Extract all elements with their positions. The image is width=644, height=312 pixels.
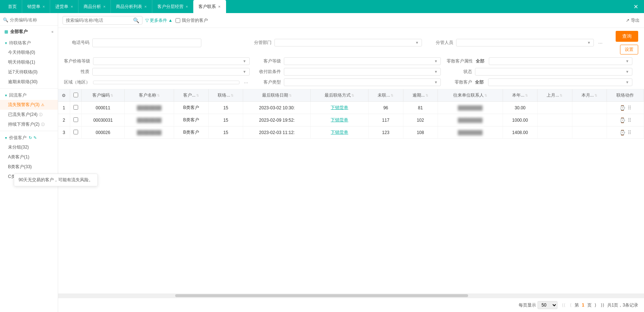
- contact-icon[interactable]: ⌚: [619, 117, 625, 123]
- tab-customer-contact[interactable]: 客户联系 ×: [193, 0, 226, 13]
- sidebar-value-customers-group[interactable]: ▼ 价值客户 ↻ ✎: [0, 133, 58, 142]
- tab-home[interactable]: 首页: [3, 0, 22, 13]
- zero-attr-select[interactable]: ▼: [489, 57, 632, 65]
- customer-level-select[interactable]: ▼: [284, 57, 441, 65]
- gender-select[interactable]: ▼: [92, 68, 250, 76]
- col-code[interactable]: 客户编码⇅: [81, 89, 125, 102]
- region-select[interactable]: [93, 81, 240, 84]
- select-all-checkbox[interactable]: [73, 93, 78, 97]
- tab-purchase-order[interactable]: 进货单 ×: [50, 0, 78, 13]
- sidebar-item-lost-warning[interactable]: 流失预警客户(3) ⚠: [0, 100, 58, 110]
- close-icon[interactable]: ×: [144, 4, 146, 9]
- caret-down-icon: ▼: [243, 70, 246, 74]
- my-customers-checkbox-label[interactable]: 我分管的客户: [176, 17, 208, 24]
- window-close-button[interactable]: ✕: [631, 3, 641, 10]
- tooltip-box: 90天无交易的客户，可能有流失风险。: [14, 174, 58, 186]
- my-customers-checkbox[interactable]: [176, 18, 180, 23]
- col-this-month[interactable]: 本月...⇅: [572, 89, 607, 102]
- arrow-down-icon: ▼: [4, 41, 8, 45]
- row-select-checkbox[interactable]: [73, 117, 78, 122]
- query-button[interactable]: 查询: [616, 31, 638, 42]
- col-overdue[interactable]: 逾期...⇅: [403, 89, 438, 102]
- price-level-select[interactable]: ▼: [93, 57, 250, 65]
- close-icon[interactable]: ×: [186, 4, 188, 9]
- tab-product-analysis-list[interactable]: 商品分析列表 ×: [111, 0, 152, 13]
- last-page-button[interactable]: ⟩⟩: [599, 302, 606, 308]
- next-page-button[interactable]: ⟩: [593, 302, 598, 308]
- col-contact[interactable]: 联络...⇅: [209, 89, 243, 102]
- row-last-month: [538, 114, 572, 126]
- close-icon[interactable]: ×: [43, 4, 45, 9]
- export-button[interactable]: ↗ 导出: [626, 17, 640, 24]
- col-last-contact-method[interactable]: 最后联络方式⇅: [311, 89, 369, 102]
- col-type[interactable]: 客户...⇅: [174, 89, 208, 102]
- more-options-icon[interactable]: ···: [597, 40, 604, 46]
- sidebar-search-input[interactable]: [10, 17, 58, 23]
- col-last-contact-date[interactable]: 最后联络日期⇅: [243, 89, 311, 102]
- col-settings[interactable]: ⚙: [58, 89, 70, 102]
- close-icon[interactable]: ×: [103, 4, 105, 9]
- refresh-icon[interactable]: ↻: [29, 135, 32, 140]
- more-action-icon[interactable]: ⠿: [628, 117, 631, 123]
- row-last-contact-method[interactable]: 下销货单: [311, 126, 369, 139]
- sidebar-pending-contact-group[interactable]: ▼ 待联络客户: [0, 38, 58, 48]
- close-icon[interactable]: ×: [71, 4, 73, 9]
- tab-customer-segmentation[interactable]: 客户分层经营 ×: [152, 0, 193, 13]
- contact-icon[interactable]: ⌚: [619, 105, 625, 111]
- contact-icon[interactable]: ⌚: [619, 130, 625, 135]
- row-checkbox[interactable]: [70, 114, 81, 126]
- caret-down-icon: ▼: [625, 80, 629, 84]
- edit-icon[interactable]: ✎: [33, 135, 37, 140]
- customer-type-select[interactable]: ▼: [284, 78, 441, 86]
- dept-select[interactable]: ▼: [274, 39, 422, 46]
- status-select[interactable]: ▼: [475, 68, 632, 76]
- sidebar-item-class-b[interactable]: B类客户(33): [0, 162, 58, 172]
- page-size-select[interactable]: 50 100 200: [538, 301, 558, 309]
- col-this-year[interactable]: 本年...⇅: [503, 89, 537, 102]
- more-action-icon[interactable]: ⠿: [628, 130, 631, 135]
- close-icon[interactable]: ×: [218, 4, 220, 9]
- sidebar-item-already-lost[interactable]: 已流失客户(24) ⓘ: [0, 110, 58, 119]
- sidebar-item-declining[interactable]: 持续下滑客户(2) ⓘ: [0, 119, 58, 129]
- filter-row-3: 性质 ▼ 收付款条件 ▼ 状态: [64, 68, 638, 76]
- search-go-button[interactable]: 🔍: [133, 17, 139, 23]
- col-last-month[interactable]: 上月...⇅: [538, 89, 572, 102]
- tab-sales-order[interactable]: 销货单 ×: [22, 0, 50, 13]
- phone-input[interactable]: [92, 39, 201, 47]
- sidebar-item-tomorrow-pending[interactable]: 明天待联络(1): [0, 57, 58, 67]
- row-select-checkbox[interactable]: [73, 130, 78, 134]
- tab-product-analysis[interactable]: 商品分析 ×: [79, 0, 111, 13]
- sidebar-item-overdue-pending[interactable]: 逾期未联络(30): [0, 77, 58, 87]
- manager-select[interactable]: ▼: [456, 39, 594, 46]
- sidebar-all-customers[interactable]: ⊞ 全部客户 «: [0, 26, 58, 38]
- payment-select[interactable]: ▼: [284, 68, 441, 76]
- row-checkbox[interactable]: [70, 102, 81, 114]
- action-buttons: 查询 设置: [610, 31, 638, 54]
- zero-customer-select[interactable]: ▼: [488, 78, 632, 86]
- first-page-button[interactable]: ⟨⟨: [560, 302, 567, 308]
- sidebar-item-class-a[interactable]: A类客户(1): [0, 152, 58, 162]
- row-last-contact-method[interactable]: 下销货单: [311, 102, 369, 114]
- row-last-contact-method[interactable]: 下销货单: [311, 114, 369, 126]
- row-select-checkbox[interactable]: [73, 105, 78, 110]
- search-input[interactable]: [66, 18, 133, 23]
- customer-table: ⚙ 客户编码⇅ 客户名称⇅ 客户...⇅ 联络...⇅ 最后联络日期⇅ 最后联络…: [58, 89, 644, 139]
- more-action-icon[interactable]: ⠿: [628, 105, 631, 111]
- row-code: 00030031: [81, 114, 125, 126]
- sidebar-item-7day-pending[interactable]: 近7天待联络(0): [0, 67, 58, 77]
- prev-page-button[interactable]: ⟨: [568, 302, 573, 308]
- settings-button[interactable]: 设置: [620, 45, 638, 54]
- filter-row-1: 电话号码 分管部门 ▼ 分管人员 ▼ ···: [64, 31, 638, 54]
- sidebar-item-today-pending[interactable]: 今天待联络(0): [0, 48, 58, 57]
- sidebar-item-unclassified[interactable]: 未分组(32): [0, 142, 58, 152]
- col-checkbox[interactable]: [70, 89, 81, 102]
- col-name[interactable]: 客户名称⇅: [125, 89, 174, 102]
- row-checkbox[interactable]: [70, 126, 81, 139]
- scrollbar-thumb[interactable]: [175, 294, 468, 297]
- col-uncontacted[interactable]: 未联...⇅: [369, 89, 403, 102]
- more-conditions-button[interactable]: ▽ 更多条件 ▲: [145, 17, 173, 24]
- more-options-icon[interactable]: ···: [242, 80, 250, 85]
- sidebar-lost-customers-group[interactable]: ▼ 回流客户: [0, 90, 58, 100]
- horizontal-scrollbar[interactable]: [58, 293, 644, 298]
- col-contact-person[interactable]: 往来单位联系人⇅: [438, 89, 503, 102]
